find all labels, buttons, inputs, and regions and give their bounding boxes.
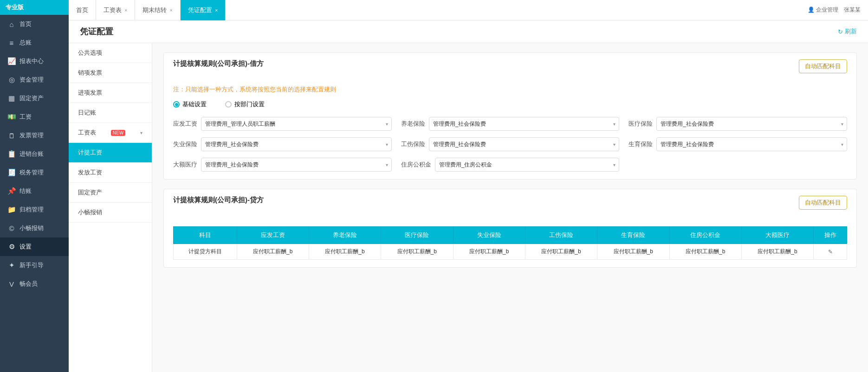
td-maternity-val: 应付职工薪酬_b bbox=[597, 244, 669, 260]
sidebar-item-member[interactable]: V 畅会员 bbox=[0, 275, 69, 293]
left-nav-fixed-assets[interactable]: 固定资产 bbox=[69, 183, 152, 203]
tab-voucher-config[interactable]: 凭证配置 × bbox=[181, 0, 226, 20]
left-nav-sales-invoice[interactable]: 销项发票 bbox=[69, 63, 152, 83]
sidebar-item-expense-report[interactable]: © 小畅报销 bbox=[0, 219, 69, 237]
field-select-5[interactable]: 管理费用_社会保险费 bbox=[656, 137, 847, 151]
field-label-1: 养老保险 bbox=[401, 120, 425, 128]
field-select-1[interactable]: 管理费用_社会保险费 bbox=[429, 117, 620, 131]
th-injury: 工伤保险 bbox=[525, 227, 597, 244]
left-nav: 公共选项 销项发票 进项发票 日记账 工资表 NEW ▾ 计提工资 发放工资 bbox=[69, 43, 152, 372]
field-select-0[interactable]: 管理费用_管理人员职工薪酬 bbox=[201, 117, 392, 131]
section1-body: 注：只能选择一种方式，系统将按照您当前的选择来配置规则 基础设置 按部门设置 bbox=[164, 78, 856, 179]
sidebar-item-label: 发票管理 bbox=[19, 131, 44, 140]
sidebar-item-label: 进销台账 bbox=[19, 150, 44, 158]
sidebar-item-settings[interactable]: ⚙ 设置 bbox=[0, 237, 69, 256]
tab-home[interactable]: 首页 bbox=[69, 0, 96, 20]
sidebar-item-closing[interactable]: 📌 结账 bbox=[0, 182, 69, 200]
field-select-7[interactable]: 管理费用_住房公积金 bbox=[435, 158, 620, 172]
left-nav-payroll-table[interactable]: 工资表 NEW ▾ bbox=[69, 123, 152, 143]
left-nav-purchase-invoice[interactable]: 进项发票 bbox=[69, 83, 152, 103]
select-wrapper-7: 管理费用_住房公积金 ▾ bbox=[435, 158, 620, 172]
auto-match-button-1[interactable]: 自动匹配科目 bbox=[799, 59, 847, 73]
radio-basic[interactable]: 基础设置 bbox=[173, 100, 207, 109]
radio-group: 基础设置 按部门设置 bbox=[173, 100, 847, 109]
section2-body: 科目 应发工资 养老保险 医疗保险 失业保险 工伤保险 生育保险 住房公积金 大… bbox=[164, 214, 856, 267]
left-nav-petty-cash[interactable]: 小畅报销 bbox=[69, 203, 152, 223]
select-wrapper-2: 管理费用_社会保险费 ▾ bbox=[656, 117, 847, 131]
tab-home-label: 首页 bbox=[76, 6, 88, 14]
section1-title: 计提核算规则(公司承担)-借方 bbox=[173, 59, 264, 68]
field-label-4: 工伤保险 bbox=[401, 140, 425, 148]
select-wrapper-1: 管理费用_社会保险费 ▾ bbox=[429, 117, 620, 131]
tab-period-close[interactable]: × bbox=[169, 7, 172, 13]
settings-icon: ⚙ bbox=[7, 243, 16, 251]
field-select-2[interactable]: 管理费用_社会保险费 bbox=[656, 117, 847, 131]
sidebar-item-guide[interactable]: ✦ 新手引导 bbox=[0, 256, 69, 275]
user-info: 👤 企业管理 bbox=[808, 6, 838, 14]
tab-payroll[interactable]: 工资表 × bbox=[96, 0, 135, 20]
sidebar-item-general-ledger[interactable]: ≡ 总账 bbox=[0, 33, 69, 52]
sidebar-item-label: 小畅报销 bbox=[19, 224, 44, 232]
tab-period-closing[interactable]: 期末结转 × bbox=[135, 0, 180, 20]
sidebar: 专业版 ⌂ 首页 ≡ 总账 📈 报表中心 ◎ 资金管理 ▦ 固定资产 💵 工资 … bbox=[0, 0, 69, 372]
left-nav-public-options[interactable]: 公共选项 bbox=[69, 43, 152, 63]
td-medical-val: 应付职工薪酬_b bbox=[381, 244, 453, 260]
sidebar-item-salary[interactable]: 💵 工资 bbox=[0, 108, 69, 126]
tab-payroll-label: 工资表 bbox=[104, 6, 122, 14]
topbar-right: 👤 企业管理 张某某 bbox=[808, 6, 868, 14]
th-unemployment: 失业保险 bbox=[453, 227, 525, 244]
tax-icon: 🧾 bbox=[7, 168, 16, 177]
closing-icon: 📌 bbox=[7, 187, 16, 195]
sidebar-item-tax-management[interactable]: 🧾 税务管理 bbox=[0, 163, 69, 182]
left-nav-calc-payroll[interactable]: 计提工资 bbox=[69, 143, 152, 163]
radio-basic-label: 基础设置 bbox=[182, 100, 207, 109]
field-label-2: 医疗保险 bbox=[628, 120, 653, 128]
th-action: 操作 bbox=[814, 227, 847, 244]
auto-match-button-2[interactable]: 自动匹配科目 bbox=[799, 196, 847, 210]
radio-dept[interactable]: 按部门设置 bbox=[225, 100, 265, 109]
sidebar-item-label: 税务管理 bbox=[19, 168, 44, 177]
left-nav-label: 工资表 bbox=[78, 128, 96, 137]
tab-payroll-close[interactable]: × bbox=[124, 7, 127, 13]
topbar: 首页 工资表 × 期末结转 × 凭证配置 × 👤 企业管理 张某某 bbox=[69, 0, 868, 20]
sidebar-item-fund-management[interactable]: ◎ 资金管理 bbox=[0, 71, 69, 89]
sidebar-item-fixed-assets[interactable]: ▦ 固定资产 bbox=[0, 89, 69, 108]
td-action-btn[interactable]: ✎ bbox=[814, 244, 847, 260]
tab-voucher-close[interactable]: × bbox=[215, 7, 218, 13]
th-pension: 养老保险 bbox=[309, 227, 381, 244]
field-label-0: 应发工资 bbox=[173, 120, 197, 128]
refresh-icon: ↻ bbox=[838, 28, 843, 35]
credit-table: 科目 应发工资 养老保险 医疗保险 失业保险 工伤保险 生育保险 住房公积金 大… bbox=[173, 226, 847, 260]
left-nav-label: 日记账 bbox=[78, 109, 96, 117]
td-wage-val: 应付职工薪酬_b bbox=[237, 244, 309, 260]
sidebar-item-home[interactable]: ⌂ 首页 bbox=[0, 15, 69, 33]
sidebar-item-report-center[interactable]: 📈 报表中心 bbox=[0, 52, 69, 71]
sidebar-item-archive[interactable]: 📁 归档管理 bbox=[0, 200, 69, 219]
select-wrapper-6: 管理费用_社会保险费 ▾ bbox=[201, 158, 392, 172]
sidebar-item-label: 新手引导 bbox=[19, 261, 44, 269]
form-item-5: 生育保险 管理费用_社会保险费 ▾ bbox=[628, 137, 847, 151]
sidebar-item-label: 报表中心 bbox=[19, 57, 44, 65]
sidebar-item-invoice-management[interactable]: 🗒 发票管理 bbox=[0, 126, 69, 145]
edit-icon: ✎ bbox=[828, 249, 833, 255]
th-maternity: 生育保险 bbox=[597, 227, 669, 244]
form-item-6: 大额医疗 管理费用_社会保险费 ▾ bbox=[173, 158, 392, 172]
field-label-7: 住房公积金 bbox=[401, 160, 431, 169]
td-injury-val: 应付职工薪酬_b bbox=[525, 244, 597, 260]
field-select-4[interactable]: 管理费用_社会保险费 bbox=[429, 137, 620, 151]
table-row: 计提贷方科目 应付职工薪酬_b 应付职工薪酬_b 应付职工薪酬_b 应付职工薪酬… bbox=[174, 244, 847, 260]
form-item-7: 住房公积金 管理费用_住房公积金 ▾ bbox=[401, 158, 620, 172]
field-select-3[interactable]: 管理费用_社会保险费 bbox=[201, 137, 392, 151]
sidebar-item-purchase-sales[interactable]: 📋 进销台账 bbox=[0, 145, 69, 163]
select-wrapper-5: 管理费用_社会保险费 ▾ bbox=[656, 137, 847, 151]
page-header: 凭证配置 ↻ 刷新 bbox=[69, 20, 868, 43]
field-select-6[interactable]: 管理费用_社会保险费 bbox=[201, 158, 392, 172]
page-title: 凭证配置 bbox=[80, 26, 113, 37]
left-nav-pay-salary[interactable]: 发放工资 bbox=[69, 163, 152, 183]
left-nav-journal[interactable]: 日记账 bbox=[69, 103, 152, 123]
refresh-button[interactable]: ↻ 刷新 bbox=[838, 27, 857, 36]
form-grid: 应发工资 管理费用_管理人员职工薪酬 ▾ 养老保险 bbox=[173, 117, 847, 172]
sidebar-item-label: 固定资产 bbox=[19, 94, 44, 103]
section2-title: 计提核算规则(公司承担)-贷方 bbox=[173, 196, 264, 205]
salary-icon: 💵 bbox=[7, 113, 16, 121]
